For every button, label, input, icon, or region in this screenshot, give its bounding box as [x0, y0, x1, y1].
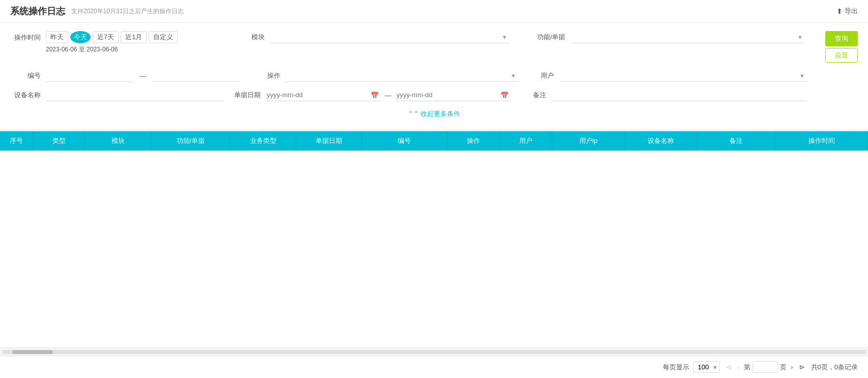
collapse-label: 收起更多条件 [421, 110, 460, 118]
col-voucher-date: 单据日期 [296, 131, 361, 151]
total-text: 共0页，0条记录 [811, 363, 858, 372]
settings-button[interactable]: 设置 [825, 48, 858, 63]
col-user: 用户 [499, 131, 552, 151]
page-header: 系统操作日志 支持2020年10月31日之后产生的操作日志 ⬆ 导出 [0, 0, 868, 23]
voucher-date-start[interactable] [266, 89, 381, 101]
date-dash: — [381, 92, 396, 99]
filter-area: 操作时间 昨天 今天 近7天 近1月 自定义 2023-06-06 至 2023… [0, 23, 868, 130]
operation-select[interactable] [286, 70, 518, 82]
last7days-btn[interactable]: 近7天 [93, 31, 119, 43]
calendar-start-icon[interactable]: 📅 [371, 92, 379, 99]
col-type: 类型 [33, 131, 86, 151]
scrollbar-thumb[interactable] [12, 350, 53, 354]
col-index: 序号 [0, 131, 33, 151]
per-page-label: 每页显示 [663, 363, 689, 372]
col-device: 设备名称 [625, 131, 697, 151]
device-label: 设备名称 [10, 91, 46, 100]
number-dash: — [135, 72, 150, 80]
time-range-text: 2023-06-06 至 2023-06-06 [46, 45, 178, 54]
header-left: 系统操作日志 支持2020年10月31日之后产生的操作日志 [10, 5, 184, 17]
export-button[interactable]: ⬆ 导出 [836, 7, 858, 16]
voucher-date-end[interactable] [396, 89, 511, 101]
voucher-date-label: 单据日期 [234, 91, 266, 100]
col-op-time: 操作时间 [776, 131, 868, 151]
collapse-bar[interactable]: ⌃⌃ 收起更多条件 [10, 106, 858, 122]
calendar-end-icon[interactable]: 📅 [500, 92, 509, 99]
user-label: 用户 [539, 71, 559, 80]
page-title: 系统操作日志 [10, 5, 65, 17]
current-page-input[interactable]: 1 [752, 361, 778, 373]
action-buttons: 查询 设置 [825, 31, 858, 63]
col-func: 功能/单据 [151, 131, 230, 151]
col-biz-type: 业务类型 [230, 131, 296, 151]
number-label: 编号 [10, 71, 46, 80]
next-page-button[interactable]: › [789, 362, 795, 372]
number-input-start[interactable] [46, 70, 133, 82]
page-size-wrapper: 100 50 200 ▼ [693, 361, 720, 373]
module-label: 模块 [234, 33, 270, 42]
collapse-icon: ⌃⌃ [408, 110, 419, 118]
time-label: 操作时间 [10, 31, 46, 42]
first-page-button[interactable]: ⊲ [724, 362, 734, 372]
pagination-nav: ⊲ ‹ 第 1 页 › ⊳ [724, 361, 807, 373]
yesterday-btn[interactable]: 昨天 [46, 31, 68, 43]
data-table-container: 序号 类型 模块 功能/单据 业务类型 单据日期 编号 操作 用户 用户ip 设… [0, 131, 868, 347]
last-page-button[interactable]: ⊳ [797, 362, 807, 372]
table-header-row: 序号 类型 模块 功能/单据 业务类型 单据日期 编号 操作 用户 用户ip 设… [0, 131, 868, 151]
pagination: 每页显示 100 50 200 ▼ ⊲ ‹ 第 1 页 › ⊳ 共0页，0条记录 [0, 356, 868, 378]
remark-input[interactable] [551, 89, 807, 101]
col-user-ip: 用户ip [552, 131, 625, 151]
operation-label: 操作 [250, 71, 286, 80]
func-select[interactable] [571, 31, 805, 43]
table-body [0, 151, 868, 303]
query-button[interactable]: 查询 [825, 31, 858, 46]
remark-label: 备注 [531, 91, 551, 100]
module-select[interactable] [270, 31, 510, 43]
page-label: 第 [744, 363, 750, 372]
user-select[interactable] [559, 70, 807, 82]
col-number: 编号 [361, 131, 447, 151]
prev-page-button[interactable]: ‹ [736, 362, 742, 372]
export-icon: ⬆ [836, 7, 843, 15]
horizontal-scrollbar[interactable] [0, 347, 868, 356]
custom-btn[interactable]: 自定义 [149, 31, 178, 43]
col-remark: 备注 [697, 131, 776, 151]
data-table: 序号 类型 模块 功能/单据 业务类型 单据日期 编号 操作 用户 用户ip 设… [0, 131, 868, 303]
scrollbar-track [2, 350, 866, 354]
number-input-end[interactable] [152, 70, 240, 82]
func-label: 功能/单据 [530, 33, 571, 42]
export-label: 导出 [845, 7, 858, 16]
last1month-btn[interactable]: 近1月 [121, 31, 147, 43]
page-subtitle: 支持2020年10月31日之后产生的操作日志 [71, 7, 184, 16]
today-btn[interactable]: 今天 [70, 31, 91, 43]
col-operation: 操作 [447, 131, 499, 151]
table-row-empty [0, 151, 868, 303]
device-input[interactable] [46, 89, 224, 101]
col-module: 模块 [86, 131, 151, 151]
page-size-select[interactable]: 100 50 200 [693, 361, 720, 373]
page-unit: 页 [780, 363, 787, 372]
